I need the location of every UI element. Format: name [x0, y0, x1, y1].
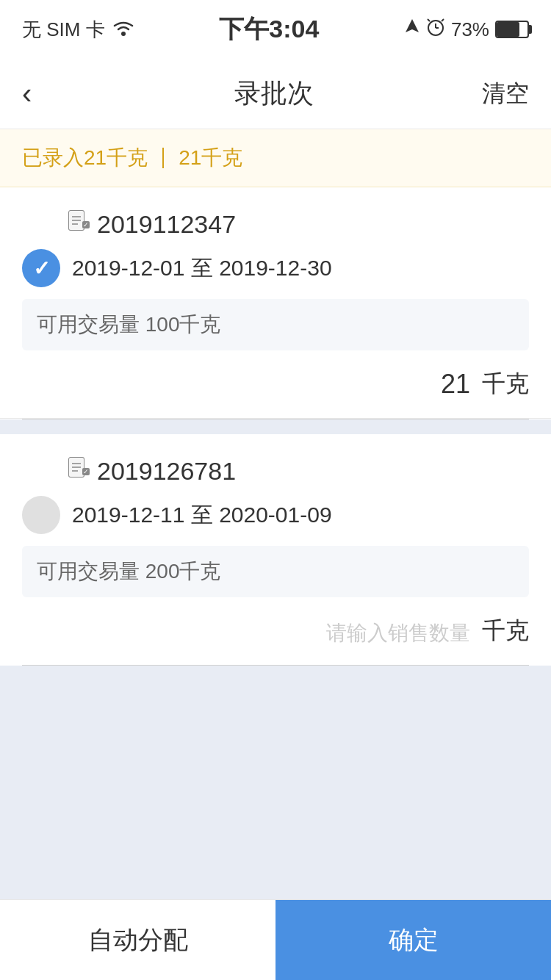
batch-avail-text-1: 可用交易量 100千克 — [37, 313, 221, 336]
quantity-input-1[interactable] — [382, 369, 470, 400]
status-time: 下午3:04 — [219, 12, 319, 46]
bottom-bar: 自动分配 确定 — [0, 899, 551, 980]
batch-date-text-2: 2019-12-11 至 2020-01-09 — [72, 500, 332, 530]
batch-avail-text-2: 可用交易量 200千克 — [37, 560, 221, 583]
batch-date-row-2[interactable]: 2019-12-11 至 2020-01-09 — [22, 496, 529, 534]
info-divider — [162, 148, 164, 168]
batch-item-1: ✓ 2019112347 ✓ 2019-12-01 至 2019-12-30 可… — [0, 187, 551, 350]
content-area: 已录入21千克 21千克 ✓ 2019112347 — [0, 129, 551, 980]
clear-button[interactable]: 清空 — [482, 78, 529, 110]
wifi-icon — [112, 18, 134, 41]
batch-card-2: ✓ 2019126781 2019-12-11 至 2020-01-09 可用交… — [0, 434, 551, 666]
batch-avail-row-1: 可用交易量 100千克 — [22, 299, 529, 350]
quantity-placeholder-row: 千克 — [0, 597, 551, 665]
status-right: 73% — [404, 18, 529, 42]
svg-text:✓: ✓ — [83, 468, 89, 475]
batch-checkbox-1[interactable]: ✓ — [22, 249, 60, 287]
battery-text: 73% — [451, 18, 489, 41]
info-bar: 已录入21千克 21千克 — [0, 129, 551, 187]
batch-id-text-2: 2019126781 — [97, 457, 236, 486]
batch-date-text-1: 2019-12-01 至 2019-12-30 — [72, 253, 332, 284]
batch-doc-icon-2: ✓ — [66, 456, 90, 486]
location-icon — [404, 18, 420, 42]
batch-id-text-1: 2019112347 — [97, 210, 236, 239]
page-title: 录批次 — [234, 76, 314, 112]
info-amount: 21千克 — [179, 144, 242, 172]
back-button[interactable]: ‹ — [22, 77, 66, 110]
quantity-row-1: 千克 — [0, 350, 551, 419]
batch-avail-row-2: 可用交易量 200千克 — [22, 546, 529, 597]
confirm-button[interactable]: 确定 — [276, 900, 551, 980]
quantity-input-2[interactable] — [264, 616, 470, 646]
battery-icon — [495, 21, 529, 38]
carrier-text: 无 SIM 卡 — [22, 17, 105, 43]
batch-id-row-1: ✓ 2019112347 — [22, 209, 529, 239]
status-left: 无 SIM 卡 — [22, 17, 134, 43]
batch-id-row-2: ✓ 2019126781 — [22, 456, 529, 486]
status-bar: 无 SIM 卡 下午3:04 73% — [0, 0, 551, 59]
checkmark-icon-1: ✓ — [33, 256, 50, 281]
auto-distribute-button[interactable]: 自动分配 — [0, 900, 276, 980]
batch-card-1: ✓ 2019112347 ✓ 2019-12-01 至 2019-12-30 可… — [0, 187, 551, 419]
svg-text:✓: ✓ — [83, 221, 89, 228]
quantity-unit-1: 千克 — [482, 368, 529, 400]
batch-date-row-1[interactable]: ✓ 2019-12-01 至 2019-12-30 — [22, 249, 529, 287]
batch-checkbox-2[interactable] — [22, 496, 60, 534]
batch-doc-icon-1: ✓ — [66, 209, 90, 239]
batch-item-2: ✓ 2019126781 2019-12-11 至 2020-01-09 可用交… — [0, 434, 551, 597]
recorded-label: 已录入21千克 — [22, 144, 148, 172]
alarm-icon — [426, 18, 445, 42]
svg-point-0 — [121, 32, 126, 36]
nav-bar: ‹ 录批次 清空 — [0, 59, 551, 129]
section-divider — [0, 419, 551, 434]
quantity-unit-2: 千克 — [482, 615, 529, 647]
